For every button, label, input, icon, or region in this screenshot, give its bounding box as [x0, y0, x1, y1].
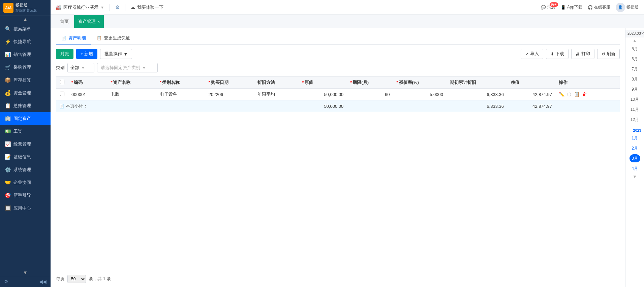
sidebar-scroll-up[interactable]: ▲	[0, 16, 51, 23]
month-7[interactable]: 7月	[625, 64, 644, 74]
content-main: 📄 资产明细 📋 变更生成凭证 对账 + 新增 批量操作 ▼	[51, 28, 625, 287]
detail-icon[interactable]: 📋	[574, 92, 580, 97]
action-icons: ✏️ ⬡ 📋 🗑	[559, 92, 616, 97]
month-12[interactable]: 12月	[625, 115, 644, 125]
month-1[interactable]: 1月	[625, 133, 644, 143]
import-button[interactable]: ↗ 导入	[521, 49, 543, 59]
main-area: 🏭 医疗器械行业演示 ▼ ⚙ ☁ 我要体验一下 💬 消息 99+ 📱 App下载…	[51, 0, 644, 287]
download-button[interactable]: ⬇ 下载	[546, 49, 569, 59]
app-download-button[interactable]: 📱 App下载	[561, 4, 582, 10]
sidebar-item-inventory[interactable]: 📦 库存核算	[0, 74, 51, 87]
month-9[interactable]: 9月	[625, 84, 644, 94]
panel-up-arrow[interactable]: ▲	[625, 37, 644, 44]
header-category: *类别名称	[156, 77, 205, 89]
download-icon: 📱	[561, 5, 566, 10]
month-11[interactable]: 11月	[625, 104, 644, 115]
header-period: *期限(月)	[347, 77, 393, 89]
tab-home[interactable]: 首页	[56, 15, 73, 28]
month-4[interactable]: 4月	[625, 163, 644, 173]
cell-code: 000001	[68, 89, 107, 100]
refresh-button[interactable]: ↺ 刷新	[597, 49, 620, 59]
cell-residual-rate: 5.0000	[393, 89, 446, 100]
sidebar-item-funds[interactable]: 💰 资金管理	[0, 87, 51, 99]
sidebar-logo: AtA 畅捷通 好业财 普及版	[0, 0, 51, 16]
year-divider	[627, 126, 642, 126]
sub-tab-voucher-gen[interactable]: 📋 变更生成凭证	[91, 32, 135, 44]
month-10[interactable]: 10月	[625, 94, 644, 104]
search-icon: 🔍	[5, 26, 11, 32]
cell-action: ✏️ ⬡ 📋 🗑	[555, 89, 620, 100]
month-6[interactable]: 6月	[625, 54, 644, 64]
subtotal-row: 📄 本页小计： 50,000.00 6,333.36 42,874.97	[56, 100, 620, 112]
logo-icon: AtA	[3, 3, 13, 13]
collapse-icon[interactable]: ◀◀	[39, 279, 47, 284]
sidebar-item-operations[interactable]: 📈 经营管理	[0, 138, 51, 151]
month-8[interactable]: 8月	[625, 74, 644, 84]
asset-table-wrap: *编码 *资产名称 *类别名称 *购买日期 折旧方法 *原值 *期限(月) *残…	[56, 76, 620, 272]
sidebar-item-enterprise[interactable]: 🤝 企业协同	[0, 176, 51, 189]
voucher-gen-icon: 📋	[97, 36, 102, 40]
sidebar-item-sales[interactable]: 📊 销售管理	[0, 48, 51, 61]
select-all-checkbox[interactable]	[60, 80, 64, 84]
quick-nav-icon: ⚡	[5, 39, 11, 45]
asset-table: *编码 *资产名称 *类别名称 *购买日期 折旧方法 *原值 *期限(月) *残…	[56, 76, 620, 112]
category-search-arrow: ▼	[142, 66, 146, 70]
online-service-button[interactable]: 🎧 在线客服	[588, 4, 610, 10]
cell-purchase-date: 202206	[205, 89, 254, 100]
category-search-input[interactable]: 请选择固定资产类别 ▼	[97, 63, 158, 72]
header-code: *编码	[68, 77, 107, 89]
sidebar-item-quick-nav[interactable]: ⚡ 快捷导航	[0, 35, 51, 48]
cell-initial-accumulated: 6,333.36	[447, 89, 507, 100]
category-type-select[interactable]: 全部 ▼	[67, 63, 94, 72]
copy-icon[interactable]: ⬡	[567, 92, 571, 97]
sidebar-item-fixed-assets[interactable]: 🏢 固定资产	[0, 112, 51, 125]
settings-icon[interactable]: ⚙	[4, 279, 8, 284]
new-button[interactable]: + 新增	[76, 49, 97, 59]
header-initial-accumulated: 期初累计折旧	[447, 77, 507, 89]
sidebar-item-app-center[interactable]: 🔲 应用中心	[0, 202, 51, 215]
app-center-icon: 🔲	[5, 205, 11, 211]
panel-year-label: 2023.03	[627, 31, 641, 35]
month-5[interactable]: 5月	[625, 44, 644, 54]
panel-close-icon[interactable]: ✕	[641, 31, 644, 36]
subtotal-label-cell: 📄 本页小计：	[56, 100, 299, 112]
row-checkbox[interactable]	[60, 92, 64, 96]
filter-row: 类别 全部 ▼ 请选择固定资产类别 ▼	[56, 63, 620, 72]
gear-icon[interactable]: ⚙	[115, 4, 120, 10]
sidebar-item-system[interactable]: ⚙️ 系统管理	[0, 163, 51, 176]
category-type-arrow: ▼	[81, 66, 85, 70]
tab-asset-management[interactable]: 资产管理 ×	[74, 15, 104, 28]
delete-icon[interactable]: 🗑	[582, 92, 587, 97]
sidebar-footer: ⚙ ◀◀	[0, 276, 51, 287]
sidebar-item-purchase[interactable]: 🛒 采购管理	[0, 61, 51, 74]
panel-down-arrow[interactable]: ▼	[625, 173, 644, 180]
cell-net-value: 42,874.97	[507, 89, 555, 100]
sidebar-item-basic-info[interactable]: 📝 基础信息	[0, 151, 51, 163]
month-2[interactable]: 2月	[625, 143, 644, 153]
header-action: 操作	[555, 77, 620, 89]
month-3-active[interactable]: 3月	[625, 153, 644, 163]
print-button[interactable]: 🖨 打印	[571, 49, 594, 59]
months-before-list: 5月 6月 7月 8月 9月 10月 11月 12月	[625, 44, 644, 125]
batch-ops-button[interactable]: 批量操作 ▼	[100, 49, 132, 59]
experience-button[interactable]: ☁ 我要体验一下	[131, 4, 163, 10]
right-panel: 2023.03 ✕ ⤢ ▲ 5月 6月 7月 8月 9月 10月 11月 12月	[625, 28, 644, 287]
cell-depreciation-method: 年限平均	[254, 89, 299, 100]
sidebar-item-ledger[interactable]: 📋 总账管理	[0, 99, 51, 112]
tab-close-icon[interactable]: ×	[98, 20, 100, 24]
edit-icon[interactable]: ✏️	[559, 92, 564, 97]
header-depreciation-method: 折旧方法	[254, 77, 299, 89]
reconcile-button[interactable]: 对账	[56, 49, 73, 59]
topbar: 🏭 医疗器械行业演示 ▼ ⚙ ☁ 我要体验一下 💬 消息 99+ 📱 App下载…	[51, 0, 644, 15]
subtotal-residual-empty	[393, 100, 446, 112]
sidebar-item-new-guide[interactable]: 🎯 新手引导	[0, 189, 51, 202]
per-page-select[interactable]: 50 100 200	[67, 275, 86, 283]
sidebar-item-payroll[interactable]: 💵 工资	[0, 125, 51, 138]
user-profile[interactable]: 👤 畅捷通	[616, 3, 639, 12]
company-selector[interactable]: 🏭 医疗器械行业演示 ▼	[56, 4, 104, 10]
header-original-value: *原值	[299, 77, 347, 89]
sub-tab-asset-details[interactable]: 📄 资产明细	[56, 32, 91, 44]
sidebar-scroll-down[interactable]: ▼	[0, 269, 51, 276]
messages-button[interactable]: 💬 消息 99+	[541, 4, 555, 10]
sidebar-item-search[interactable]: 🔍 搜索菜单	[0, 23, 51, 35]
